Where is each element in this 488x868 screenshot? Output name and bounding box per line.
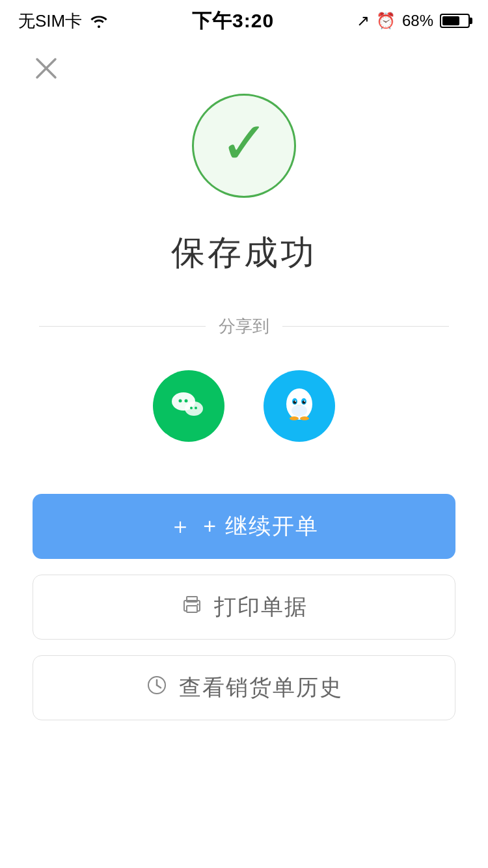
battery-icon xyxy=(440,14,470,28)
svg-point-14 xyxy=(304,401,305,402)
history-icon xyxy=(145,673,169,702)
status-bar: 无SIM卡 下午3:20 ↗ ⏰ 68% xyxy=(0,0,488,42)
continue-button[interactable]: ＋ + 继续开单 xyxy=(33,494,455,559)
history-button[interactable]: 查看销货单历史 xyxy=(33,655,455,720)
svg-point-17 xyxy=(290,416,299,420)
battery-percent: 68% xyxy=(402,12,433,30)
svg-point-13 xyxy=(295,401,296,402)
close-button[interactable] xyxy=(30,52,62,85)
carrier-text: 无SIM卡 xyxy=(18,10,82,33)
wifi-icon xyxy=(88,14,109,28)
share-section: 分享到 xyxy=(0,315,488,442)
svg-point-4 xyxy=(179,400,182,403)
print-icon xyxy=(180,593,204,621)
print-button[interactable]: 打印单据 xyxy=(33,575,455,640)
svg-point-16 xyxy=(291,405,307,416)
status-time: 下午3:20 xyxy=(192,8,274,34)
continue-label: + 继续开单 xyxy=(203,511,318,541)
svg-rect-21 xyxy=(187,606,197,612)
svg-line-25 xyxy=(157,685,161,688)
print-label: 打印单据 xyxy=(214,592,308,622)
battery-fill xyxy=(442,16,459,25)
svg-point-18 xyxy=(300,416,309,420)
history-label: 查看销货单历史 xyxy=(179,673,343,703)
plus-icon: ＋ xyxy=(169,511,193,541)
svg-point-7 xyxy=(195,407,197,409)
share-icons xyxy=(39,370,449,442)
svg-point-5 xyxy=(185,400,188,403)
checkmark-icon: ✓ xyxy=(220,114,269,172)
main-content: ✓ 保存成功 分享到 xyxy=(0,42,488,720)
divider-left xyxy=(39,326,206,327)
action-buttons: ＋ + 继续开单 打印单据 查看销货单 xyxy=(0,494,488,720)
alarm-icon: ⏰ xyxy=(376,12,396,30)
location-icon: ↗ xyxy=(357,12,370,30)
success-circle: ✓ xyxy=(192,94,296,198)
svg-point-3 xyxy=(185,401,203,416)
success-title: 保存成功 xyxy=(171,230,317,276)
clock-icon xyxy=(145,673,169,697)
status-right: ↗ ⏰ 68% xyxy=(357,12,470,30)
wechat-share-button[interactable] xyxy=(153,370,224,442)
qq-share-button[interactable] xyxy=(264,370,335,442)
svg-point-6 xyxy=(190,407,193,409)
svg-point-22 xyxy=(197,604,199,606)
qq-icon xyxy=(280,383,319,429)
share-label: 分享到 xyxy=(219,315,269,338)
divider-row: 分享到 xyxy=(39,315,449,338)
wechat-icon xyxy=(169,389,209,423)
divider-right xyxy=(282,326,449,327)
close-icon xyxy=(34,57,58,80)
printer-icon xyxy=(180,593,204,616)
status-left: 无SIM卡 xyxy=(18,10,109,33)
